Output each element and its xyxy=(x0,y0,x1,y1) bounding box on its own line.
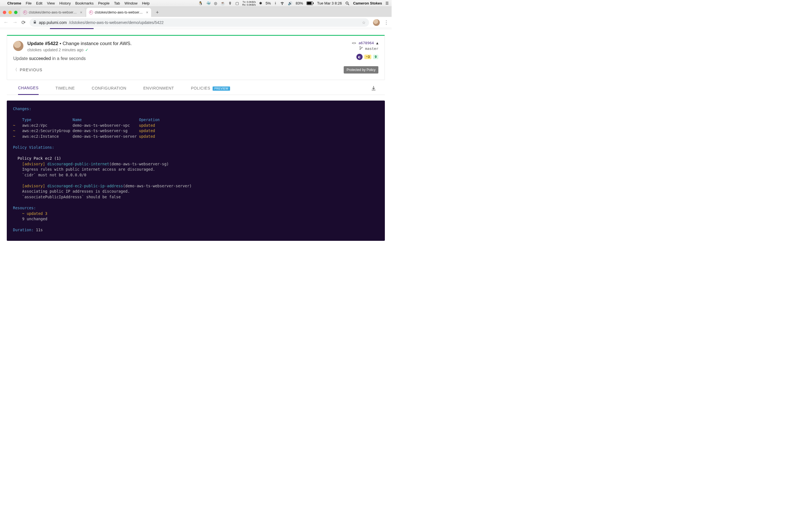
browser-toolbar: ← → ⟳ app.pulumi.com/clstokes/demo-aws-t… xyxy=(0,17,392,28)
update-subtitle: clstokes updated 2 minutes ago ✓ xyxy=(28,48,132,52)
reload-button[interactable]: ⟳ xyxy=(21,19,26,25)
browser-tab[interactable]: clstokes/demo-aws-ts-webserv… × xyxy=(20,8,85,17)
window-minimize[interactable] xyxy=(8,11,12,14)
cpu-percent: 5% xyxy=(266,1,271,5)
tab-title: clstokes/demo-aws-ts-webserv… xyxy=(29,10,79,14)
new-tab-button[interactable]: + xyxy=(153,8,161,16)
changes-terminal: Changes: Type Name Operation ~ aws:ec2:V… xyxy=(7,101,385,241)
battery-icon[interactable] xyxy=(306,1,314,5)
code-icon: <> xyxy=(352,41,356,45)
menu-bookmarks[interactable]: Bookmarks xyxy=(75,1,94,5)
tab-policies[interactable]: POLICIES PREVIEW xyxy=(191,86,230,94)
tab-title: clstokes/demo-aws-ts-webserv… xyxy=(95,10,144,14)
star-icon[interactable]: ☆ xyxy=(362,20,366,25)
menubar-mic-icon[interactable]: 🎙 xyxy=(229,1,232,5)
menubar-user[interactable]: Cameron Stokes xyxy=(353,1,382,5)
tab-close-icon[interactable]: × xyxy=(146,10,148,15)
policy-shield-icon[interactable]: ◐ xyxy=(356,54,363,60)
network-rate: Tx: 0.0KB/s Rx: 0.0KB/s xyxy=(242,1,256,6)
update-status: Update succeeded in a few seconds xyxy=(13,56,378,61)
browser-tab[interactable]: clstokes/demo-aws-ts-webserv… × xyxy=(86,8,151,17)
commit-meta: <> a678964 ▲ master xyxy=(352,41,378,52)
tab-changes[interactable]: CHANGES xyxy=(18,86,39,95)
favicon-icon xyxy=(89,10,93,14)
preview-badge: PREVIEW xyxy=(213,87,230,91)
resource-count-badge: 9 xyxy=(373,55,378,59)
spotlight-icon[interactable] xyxy=(345,1,350,6)
address-bar[interactable]: app.pulumi.com/clstokes/demo-aws-ts-webs… xyxy=(30,18,369,27)
content-tabs: CHANGES TIMELINE CONFIGURATION ENVIRONME… xyxy=(7,80,385,95)
menu-history[interactable]: History xyxy=(59,1,70,5)
window-close[interactable] xyxy=(3,11,6,14)
browser-tabbar: clstokes/demo-aws-ts-webserv… × clstokes… xyxy=(0,7,392,17)
check-icon: ✓ xyxy=(85,48,89,52)
menubar-circles-icon[interactable]: ◎ xyxy=(214,1,217,5)
tab-environment[interactable]: ENVIRONMENT xyxy=(143,86,174,94)
menubar-airplay-icon[interactable]: ▢ xyxy=(236,1,239,5)
policy-tooltip: Protected by Policy xyxy=(344,66,378,73)
chevron-left-icon: 〈 xyxy=(13,67,17,72)
lock-icon xyxy=(33,20,37,25)
clock[interactable]: Tue Mar 3 8:26 xyxy=(317,1,342,5)
tab-close-icon[interactable]: × xyxy=(80,10,82,15)
menubar-asterisk-icon[interactable]: ✱ xyxy=(259,1,262,5)
branch-icon xyxy=(359,46,363,51)
update-title: Update #5422 • Change instance count for… xyxy=(28,41,132,47)
svg-rect-2 xyxy=(307,2,312,4)
svg-point-6 xyxy=(360,47,361,47)
diff-badge: ~3 xyxy=(364,55,371,59)
menubar-list-icon[interactable]: ☰ xyxy=(386,1,389,5)
menu-people[interactable]: People xyxy=(98,1,109,5)
url-path: /clstokes/demo-aws-ts-webserver/demo/upd… xyxy=(69,20,163,25)
warning-icon: ▲ xyxy=(376,41,378,45)
bluetooth-icon[interactable]: ᚼ xyxy=(274,1,276,5)
menubar-docker-icon[interactable]: 🐳 xyxy=(206,1,211,5)
author-avatar xyxy=(13,41,23,51)
battery-percent: 83% xyxy=(296,1,303,5)
svg-rect-3 xyxy=(313,3,313,4)
menu-file[interactable]: File xyxy=(26,1,32,5)
menubar-app[interactable]: Chrome xyxy=(7,1,21,5)
menubar-tray-icon[interactable]: 🐧 xyxy=(198,1,203,5)
back-button[interactable]: ← xyxy=(3,19,8,25)
branch-name[interactable]: master xyxy=(365,47,378,51)
commit-hash[interactable]: a678964 xyxy=(358,41,374,45)
download-icon[interactable] xyxy=(371,86,376,92)
favicon-icon xyxy=(23,10,27,14)
window-controls xyxy=(3,11,20,17)
profile-avatar[interactable] xyxy=(373,19,380,26)
window-zoom[interactable] xyxy=(14,11,17,14)
volume-icon[interactable]: 🔊 xyxy=(288,1,292,5)
author-name[interactable]: clstokes xyxy=(28,48,42,52)
update-card: Update #5422 • Change instance count for… xyxy=(7,35,385,80)
menubar-cup-icon[interactable]: ☕ xyxy=(220,1,225,5)
tab-timeline[interactable]: TIMELINE xyxy=(56,86,75,94)
macos-menubar: Chrome File Edit View History Bookmarks … xyxy=(0,0,392,7)
menu-tab[interactable]: Tab xyxy=(114,1,120,5)
tab-configuration[interactable]: CONFIGURATION xyxy=(92,86,126,94)
svg-point-7 xyxy=(360,49,361,50)
forward-button[interactable]: → xyxy=(12,19,17,25)
svg-point-8 xyxy=(361,47,362,48)
wifi-icon[interactable] xyxy=(280,1,285,6)
browser-menu-icon[interactable]: ⋮ xyxy=(384,19,388,25)
url-domain: app.pulumi.com xyxy=(39,20,67,25)
previous-update-link[interactable]: 〈 PREVIOUS xyxy=(13,67,42,72)
menu-view[interactable]: View xyxy=(47,1,55,5)
svg-line-5 xyxy=(348,4,349,5)
menu-window[interactable]: Window xyxy=(124,1,137,5)
svg-point-4 xyxy=(346,2,348,4)
menu-help[interactable]: Help xyxy=(142,1,150,5)
menu-edit[interactable]: Edit xyxy=(36,1,42,5)
